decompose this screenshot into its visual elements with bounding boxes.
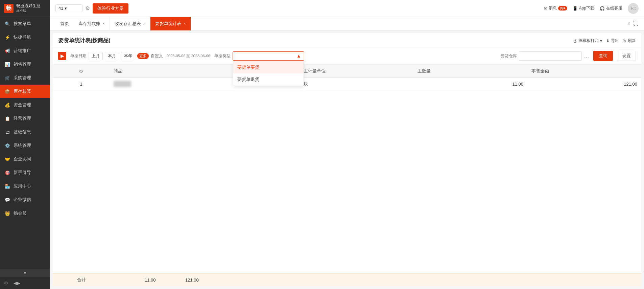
purchase-icon: 🛒 (4, 74, 11, 81)
tab-order-summary[interactable]: 要货单统计表 × (150, 17, 191, 30)
warehouse-filter-group: 要货仓库 … (501, 51, 589, 61)
system-icon: ⚙️ (4, 142, 11, 149)
warehouse-more-icon[interactable]: … (584, 53, 589, 59)
sales-icon: 📊 (4, 61, 11, 68)
guide-icon: 🎯 (4, 169, 11, 176)
footer-qty: 11.00 (145, 277, 185, 283)
warehouse-input[interactable] (519, 51, 582, 61)
type-select-wrapper: ▲ 要货单要货 要货单退货 (233, 51, 304, 61)
sidebar-item-finance[interactable]: 💰 资金管理 (0, 98, 50, 112)
type-dropdown-menu: 要货单要货 要货单退货 (233, 61, 304, 86)
sidebar-item-marketing[interactable]: 📢 营销推广 (0, 44, 50, 58)
th-settings[interactable]: ⚙ (53, 65, 110, 78)
tabs-close-all-icon[interactable]: × (627, 21, 630, 27)
dropdown-item-order-goods[interactable]: 要货单要货 (233, 61, 304, 73)
sidebar-item-appcenter[interactable]: 🏪 应用中心 (0, 179, 50, 193)
type-label: 单据类型 (214, 53, 231, 59)
page-header-actions: 🖨 按模板打印 ▾ ⬇ 导出 ↻ 刷新 (573, 38, 636, 44)
messages-item[interactable]: ✉ 消息 99+ (544, 5, 567, 11)
headset-icon: 🎧 (600, 6, 605, 11)
sidebar: 畅 畅捷通好生意 标准版 🔍 搜索菜单 ⚡ 快捷导航 📢 营销推广 📊 销售管理… (0, 0, 50, 289)
print-icon: 🖨 (573, 39, 577, 43)
export-action[interactable]: ⬇ 导出 (606, 38, 619, 44)
sidebar-item-wecom[interactable]: 💬 企业微信 (0, 193, 50, 206)
sidebar-item-guide[interactable]: 🎯 新手引导 (0, 166, 50, 179)
tabs-expand: × ⛶ (627, 21, 639, 27)
trial-button[interactable]: 体验行业方案 (93, 3, 128, 14)
sidebar-item-search[interactable]: 🔍 搜索菜单 (0, 17, 50, 30)
wecom-icon: 💬 (4, 196, 11, 203)
operations-icon: 📋 (4, 115, 11, 122)
topbar-settings-icon[interactable]: ⚙ (85, 5, 90, 12)
sidebar-scroll-down[interactable]: ▼ (0, 269, 50, 277)
sidebar-item-system[interactable]: ⚙️ 系统管理 (0, 139, 50, 152)
tabs-bar: 首页 库存批次账 × 收发存汇总表 × 要货单统计表 × × ⛶ (50, 17, 644, 30)
tab-close-inventory-batch[interactable]: × (102, 21, 105, 26)
footer-amount: 121.00 (185, 277, 226, 283)
tab-receivables-summary[interactable]: 收发存汇总表 × (110, 17, 150, 30)
logo-icon: 畅 (4, 4, 14, 13)
online-service-item[interactable]: 🎧 在线客服 (600, 5, 622, 11)
table-settings-icon[interactable]: ⚙ (79, 69, 83, 74)
sidebar-item-sales[interactable]: 📊 销售管理 (0, 58, 50, 71)
filter-expand-button[interactable]: ▶ (58, 52, 66, 60)
tab-inventory-batch[interactable]: 库存批次账 × (74, 17, 110, 30)
type-select-arrow[interactable]: ▲ (294, 53, 304, 59)
tabs-fullscreen-icon[interactable]: ⛶ (633, 21, 639, 27)
date-label: 单据日期 (70, 53, 87, 59)
sidebar-item-operations[interactable]: 📋 经营管理 (0, 112, 50, 125)
th-unit: 主计量单位 (300, 65, 413, 78)
search-icon: 🔍 (4, 20, 11, 27)
sidebar-footer: ⚙ ◀▶ (0, 277, 50, 289)
page-header: 要货单统计表(按商品) 🖨 按模板打印 ▾ ⬇ 导出 ↻ 刷新 (53, 33, 641, 47)
tab-close-receivables[interactable]: × (143, 21, 145, 26)
collapse-icon[interactable]: ◀▶ (14, 281, 20, 286)
page-content: 要货单统计表(按商品) 🖨 按模板打印 ▾ ⬇ 导出 ↻ 刷新 ▶ (53, 33, 641, 286)
top-bar-right: ✉ 消息 99+ 📱 App下载 🎧 在线客服 Rit (544, 3, 639, 14)
th-amount: 零售金额 (527, 65, 641, 78)
finance-icon: 💰 (4, 102, 11, 108)
logo-text: 畅捷通好生意 (16, 3, 41, 9)
set-button[interactable]: 设置 (617, 51, 636, 61)
date-btn-last-month[interactable]: 上月 (89, 52, 103, 60)
export-icon: ⬇ (606, 39, 610, 43)
top-bar: 41 ▾ ⚙ 体验行业方案 ✉ 消息 99+ 📱 App下载 🎧 在线客服 Ri… (50, 0, 644, 17)
sidebar-item-membership[interactable]: 👑 畅会员 (0, 206, 50, 220)
branch-selector[interactable]: 41 ▾ (55, 4, 82, 12)
message-icon: ✉ (544, 6, 547, 11)
tab-home[interactable]: 首页 (55, 17, 74, 30)
print-action[interactable]: 🖨 按模板打印 ▾ (573, 38, 602, 44)
refresh-action[interactable]: ↻ 刷新 (623, 38, 636, 44)
query-button[interactable]: 查询 (593, 51, 613, 61)
table-row: 1 商品名称 块 11.00 121.00 (53, 78, 641, 90)
tab-close-order[interactable]: × (184, 21, 186, 26)
sidebar-item-enterprise[interactable]: 🤝 企业协同 (0, 152, 50, 166)
td-index: 1 (53, 78, 110, 90)
membership-icon: 👑 (4, 210, 11, 217)
date-badge-more[interactable]: 更多 (137, 53, 149, 59)
date-btn-this-month[interactable]: 本月 (105, 52, 119, 60)
th-qty: 主数量 (413, 65, 527, 78)
sidebar-item-basic[interactable]: 🗂 基础信息 (0, 125, 50, 139)
sidebar-item-quicknav[interactable]: ⚡ 快捷导航 (0, 30, 50, 44)
basic-icon: 🗂 (4, 129, 11, 135)
main-area: 41 ▾ ⚙ 体验行业方案 ✉ 消息 99+ 📱 App下载 🎧 在线客服 Ri… (50, 0, 644, 289)
chevron-down-icon: ▾ (65, 6, 67, 11)
settings-icon[interactable]: ⚙ (4, 281, 8, 286)
sidebar-item-purchase[interactable]: 🛒 采购管理 (0, 71, 50, 85)
date-btn-this-year[interactable]: 本年 (121, 52, 135, 60)
dropdown-item-order-return[interactable]: 要货单退货 (233, 73, 304, 86)
logo-sub: 标准版 (16, 8, 41, 13)
type-filter-group: 单据类型 ▲ 要货单要货 要货单退货 (214, 51, 497, 61)
app-download-item[interactable]: 📱 App下载 (573, 5, 594, 11)
enterprise-icon: 🤝 (4, 156, 11, 162)
page-title: 要货单统计表(按商品) (58, 37, 111, 44)
user-avatar[interactable]: Rit (628, 3, 639, 14)
quicknav-icon: ⚡ (4, 34, 11, 41)
sidebar-item-inventory[interactable]: 📦 库存核算 (0, 85, 50, 98)
td-qty: 11.00 (413, 78, 527, 90)
date-custom-btn[interactable]: 自定义 (151, 53, 163, 59)
sidebar-nav: 🔍 搜索菜单 ⚡ 快捷导航 📢 营销推广 📊 销售管理 🛒 采购管理 📦 库存核… (0, 17, 50, 269)
type-select-input[interactable] (233, 52, 294, 60)
phone-icon: 📱 (573, 6, 578, 11)
